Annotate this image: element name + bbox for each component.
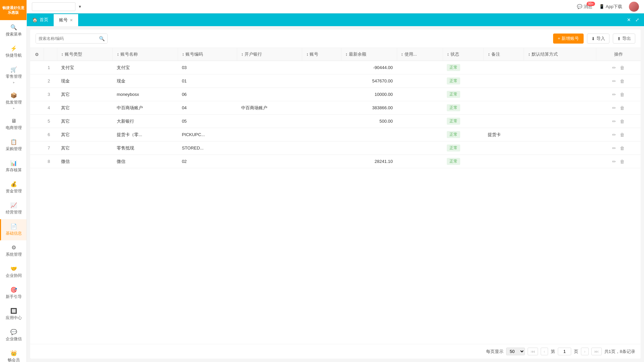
finance-mgmt-icon: 💰 [10, 181, 17, 187]
row-remark [484, 155, 524, 168]
row-status: 正常 [443, 74, 484, 88]
col-default-settlement[interactable]: ↕ 默认结算方式 [524, 48, 596, 61]
delete-button[interactable]: 🗑 [619, 158, 626, 165]
col-account-code[interactable]: ↕ 账号编码 [178, 48, 237, 61]
status-badge: 正常 [447, 91, 460, 98]
import-icon: ⬇ [591, 36, 595, 41]
col-remark[interactable]: ↕ 备注 [484, 48, 524, 61]
col-account-no[interactable]: ↕ 账号 [302, 48, 341, 61]
inventory-icon: 📊 [10, 160, 17, 166]
table-row: 1 支付宝 支付宝 03 -90444.00 正常 ✏ 🗑 [30, 61, 641, 74]
sidebar-item-enterprise-agreement[interactable]: 🤝 企业协同 [0, 261, 26, 283]
sidebar-item-wholesale-mgmt[interactable]: 📦 批发管理 ▸ [0, 88, 26, 114]
col-usage[interactable]: ↕ 使用... [397, 48, 443, 61]
sidebar-item-operations-mgmt[interactable]: 📈 经营管理 [0, 198, 26, 219]
row-settings [30, 101, 44, 115]
row-usage [397, 155, 443, 168]
accounts-search-input[interactable] [36, 34, 96, 43]
sidebar-item-quick-nav[interactable]: ⚡ 快捷导航 [0, 41, 26, 62]
table-row: 4 其它 中百商场账户 04 中百商场账户 383866.00 正常 ✏ 🗑 [30, 101, 641, 115]
page-next-button[interactable]: › [581, 348, 588, 355]
accounts-search-button[interactable]: 🔍 [96, 34, 107, 43]
delete-button[interactable]: 🗑 [619, 131, 626, 138]
edit-button[interactable]: ✏ [611, 64, 618, 71]
sidebar-item-finance-mgmt[interactable]: 💰 资金管理 [0, 177, 26, 198]
edit-button[interactable]: ✏ [611, 91, 618, 98]
col-account-name[interactable]: ↕ 账号名称 [113, 48, 178, 61]
edit-button[interactable]: ✏ [611, 131, 618, 138]
sidebar-item-membership[interactable]: 👑 畅会员 [0, 346, 26, 362]
sidebar-item-ecommerce-mgmt[interactable]: 🖥 电商管理 [0, 114, 26, 135]
row-index: 8 [44, 155, 57, 168]
tab-home-label: 首页 [40, 17, 48, 23]
tabbar-expand-btn[interactable]: ⤢ [634, 16, 641, 24]
sidebar-item-retail-mgmt[interactable]: 🛒 零售管理 ▸ [0, 62, 26, 88]
sidebar-item-beginner-guide[interactable]: 🎯 新手引导 [0, 283, 26, 304]
row-open-bank [237, 61, 302, 74]
sidebar-item-basic-info[interactable]: 📄 基础信息 [0, 219, 26, 240]
delete-button[interactable]: 🗑 [619, 118, 626, 125]
sidebar-item-label: 企业微信 [6, 336, 22, 342]
edit-button[interactable]: ✏ [611, 105, 618, 111]
row-index: 6 [44, 128, 57, 141]
page-last-button[interactable]: ⏭ [591, 348, 602, 355]
page-first-button[interactable]: ⏮ [528, 348, 538, 355]
page-prev-button[interactable]: ‹ [541, 348, 548, 355]
sidebar-item-inventory[interactable]: 📊 库存核算 [0, 156, 26, 177]
row-account-type: 其它 [57, 88, 113, 101]
edit-button[interactable]: ✏ [611, 78, 618, 84]
user-avatar[interactable] [629, 2, 639, 12]
row-remark [484, 61, 524, 74]
page-size-select[interactable]: 50 10 20 100 [506, 348, 525, 355]
topbar-search-input[interactable] [32, 2, 75, 11]
delete-button[interactable]: 🗑 [619, 91, 626, 98]
sidebar-item-enterprise-wechat[interactable]: 💬 企业微信 [0, 325, 26, 346]
operations-mgmt-icon: 📈 [10, 202, 17, 208]
row-default-settlement [524, 74, 596, 88]
import-button[interactable]: ⬇ 导入 [587, 34, 609, 44]
row-latest-balance: 10000.00 [341, 88, 397, 101]
col-status[interactable]: ↕ 状态 [443, 48, 484, 61]
accounts-table: ⚙ ↕ 账号类型 ↕ 账号名称 ↕ 账号编码 ↕ 开户银行 ↕ 账号 ↕ 最新余… [30, 48, 641, 168]
tab-home[interactable]: 🏠 首页 [27, 13, 54, 26]
sidebar-item-system-mgmt[interactable]: ⚙ 系统管理 [0, 240, 26, 261]
row-index: 4 [44, 101, 57, 115]
sidebar-item-search-menu[interactable]: 🔍 搜索菜单 [0, 20, 26, 41]
row-actions: ✏ 🗑 [596, 115, 641, 128]
col-open-bank[interactable]: ↕ 开户银行 [237, 48, 302, 61]
add-account-button[interactable]: + 新增账号 [553, 34, 584, 44]
tab-accounts[interactable]: 账号 ✕ [54, 13, 78, 26]
toolbar-right: + 新增账号 ⬇ 导入 ⬆ 导出 [553, 34, 635, 44]
edit-button[interactable]: ✏ [611, 145, 618, 152]
row-account-no [302, 74, 341, 88]
export-button[interactable]: ⬆ 导出 [613, 34, 635, 44]
page-number-input[interactable] [558, 348, 571, 355]
delete-button[interactable]: 🗑 [619, 105, 626, 111]
sidebar-item-label: 基础信息 [6, 231, 22, 236]
row-index: 3 [44, 88, 57, 101]
edit-button[interactable]: ✏ [611, 118, 618, 125]
logo-subtext: 乐惠版 [8, 10, 19, 15]
row-default-settlement [524, 88, 596, 101]
col-account-type[interactable]: ↕ 账号类型 [57, 48, 113, 61]
col-settings[interactable]: ⚙ [30, 48, 44, 61]
row-account-name: 零售抵现 [113, 141, 178, 155]
row-usage [397, 101, 443, 115]
app-download-button[interactable]: 📱 App下载 [599, 4, 622, 10]
delete-button[interactable]: 🗑 [619, 64, 626, 71]
col-latest-balance[interactable]: ↕ 最新余额 [341, 48, 397, 61]
sidebar-item-app-center[interactable]: 🔲 应用中心 [0, 304, 26, 325]
tab-accounts-close[interactable]: ✕ [70, 18, 73, 22]
delete-button[interactable]: 🗑 [619, 145, 626, 152]
msg-button[interactable]: 💬 消息 99+ [577, 4, 592, 10]
row-remark [484, 101, 524, 115]
row-status: 正常 [443, 101, 484, 115]
sidebar-item-purchase-mgmt[interactable]: 📋 采购管理 [0, 135, 26, 156]
tabbar-close-btn[interactable]: ✕ [626, 16, 632, 24]
status-badge: 正常 [447, 104, 460, 111]
chevron-right-icon: ▸ [13, 106, 15, 110]
topbar-dropdown[interactable]: ▾ [79, 4, 81, 9]
app-download-label: App下载 [606, 4, 622, 10]
delete-button[interactable]: 🗑 [619, 78, 626, 84]
edit-button[interactable]: ✏ [611, 158, 618, 165]
